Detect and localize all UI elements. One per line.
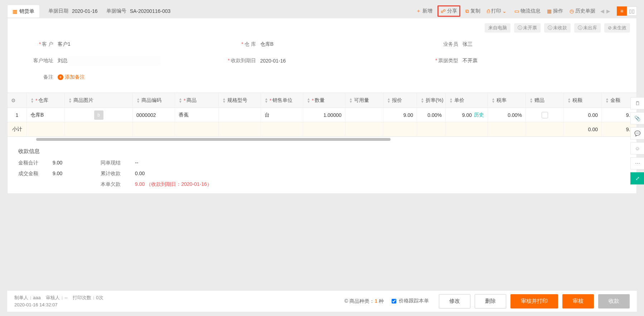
print-button[interactable]: ⎙打印⌄ — [485, 7, 509, 15]
due-value[interactable]: 2020-01-16 — [260, 58, 286, 64]
customer-value[interactable]: 客户1 — [58, 41, 71, 48]
date-label: 单据日期 — [48, 8, 68, 14]
cell-quote[interactable]: 9.00 — [383, 108, 417, 122]
rail-attach[interactable]: 📎 — [630, 112, 644, 124]
plus-icon: ＋ — [416, 8, 421, 14]
cell-qty[interactable]: 1.00000 — [303, 108, 345, 122]
rail-expand[interactable]: ⤢ — [630, 172, 644, 184]
pay-title: 收款信息 — [18, 148, 626, 155]
gift-checkbox[interactable] — [542, 112, 548, 118]
cell-disc[interactable]: 0.00% — [417, 108, 446, 122]
th-taxamt[interactable]: ▲▼税额 — [564, 93, 602, 108]
cell-wh[interactable]: 仓库B — [27, 108, 65, 122]
addr-value[interactable]: 刘总 — [58, 58, 68, 64]
horizontal-scrollbar[interactable] — [8, 137, 636, 142]
cell-tax[interactable]: 0.00% — [488, 108, 526, 122]
th-unit[interactable]: ▲▼*销售单位 — [261, 93, 303, 108]
view-list[interactable]: ≡ — [617, 6, 627, 16]
warehouse-value[interactable]: 仓库B — [260, 41, 273, 48]
th-quote[interactable]: ▲▼报价 — [383, 93, 417, 108]
tab-label: 销货单 — [19, 8, 34, 15]
truck-icon: ▭ — [514, 8, 519, 14]
th-tax[interactable]: ▲▼税率 — [488, 93, 526, 108]
tag-inactive: ⊘未生效 — [604, 23, 630, 33]
table-row[interactable]: 1 仓库B b 0000002 香蕉 台 1.00000 9.00 0.00% … — [8, 108, 636, 122]
rail-user[interactable]: ☺ — [630, 142, 644, 154]
th-qty[interactable]: ▲▼*数量 — [303, 93, 345, 108]
th-gift[interactable]: ▲▼赠品 — [526, 93, 564, 108]
chevron-down-icon: ⌄ — [502, 8, 507, 14]
pay-settle: -- — [135, 160, 138, 166]
cell-price[interactable]: 9.00历史 — [446, 108, 488, 122]
cell-spec[interactable] — [219, 108, 261, 122]
pay-accum: 0.00 — [135, 171, 145, 177]
history-link[interactable]: 历史 — [474, 112, 484, 118]
prev-arrow[interactable]: ◀ — [600, 8, 604, 14]
audit-print-button[interactable]: 审核并打印 — [510, 294, 558, 308]
delete-button[interactable]: 删除 — [475, 294, 506, 308]
edit-button[interactable]: 修改 — [439, 294, 470, 308]
th-wh[interactable]: ▲▼*仓库 — [27, 93, 65, 108]
cell-img[interactable]: b — [65, 108, 133, 122]
rail-more[interactable]: ⋯ — [630, 157, 644, 169]
new-button[interactable]: ＋新增 — [415, 7, 434, 15]
cell-idx: 1 — [8, 108, 27, 122]
cell-unit[interactable]: 台 — [261, 108, 303, 122]
logistics-button[interactable]: ▭物流信息 — [513, 7, 542, 15]
rail-msg[interactable]: 💬 — [630, 127, 644, 139]
th-img[interactable]: ▲▼商品图片 — [65, 93, 133, 108]
footer-info: 制单人：aaa 审核人：-- 打印次数：0次 2020-01-16 14:32:… — [14, 294, 103, 308]
no-value: SA-20200116-003 — [130, 8, 171, 14]
cell-taxamt: 0.00 — [564, 108, 602, 122]
copy-icon: ⧉ — [465, 8, 469, 14]
salesman-value[interactable]: 张三 — [463, 41, 473, 48]
kinds: © 商品种类：1 种 — [344, 298, 384, 305]
th-disc[interactable]: ▲▼折率(%) — [417, 93, 446, 108]
pay-total: 9.00 — [53, 160, 62, 166]
pay-owe: 9.00 — [135, 181, 145, 188]
date-value: 2020-01-16 — [72, 8, 98, 14]
th-name[interactable]: ▲▼*商品 — [175, 93, 219, 108]
cell-gift[interactable] — [526, 108, 564, 122]
no-label: 单据编号 — [106, 8, 126, 14]
grid-icon: ▦ — [547, 8, 552, 14]
audit-button[interactable]: 审核 — [562, 294, 594, 308]
th-spec[interactable]: ▲▼规格型号 — [219, 93, 261, 108]
th-code[interactable]: ▲▼商品编码 — [133, 93, 175, 108]
cell-code[interactable]: 0000002 — [133, 108, 175, 122]
addr-blurred — [68, 56, 161, 65]
print-icon: ⎙ — [487, 8, 490, 14]
th-price[interactable]: ▲▼单价 — [446, 93, 488, 108]
operate-button[interactable]: ▦操作 — [546, 7, 565, 15]
invoice-value[interactable]: 不开票 — [463, 58, 478, 64]
image-icon: b — [94, 110, 103, 120]
collect-button[interactable]: 收款 — [598, 294, 630, 308]
pay-owe-due: （收款到期日：2020-01-16） — [146, 181, 212, 188]
tag-source: 来自电脑 — [485, 23, 510, 33]
clock-icon: ◷ — [570, 8, 574, 14]
add-remark-link[interactable]: +添加备注 — [58, 74, 85, 80]
pay-deal: 9.00 — [53, 171, 62, 177]
follow-price[interactable]: 价格跟踪本单 — [390, 298, 429, 305]
tag-unpaid: ⓘ未收款 — [544, 23, 571, 33]
chart-icon: ▥ — [13, 9, 17, 14]
tag-uninvoiced: ⓘ未开票 — [514, 23, 541, 33]
share-button[interactable]: ☍分享 — [437, 5, 460, 17]
th-gear[interactable]: ⚙ — [8, 93, 27, 108]
tab-sales-order[interactable]: ▥ 销货单 — [7, 5, 40, 18]
rail-note[interactable]: 🗒 — [630, 97, 644, 109]
history-button[interactable]: ◷历史单据 — [568, 7, 597, 15]
th-avail[interactable]: ▲▼可用量 — [345, 93, 383, 108]
next-arrow[interactable]: ▶ — [606, 8, 610, 14]
gear-icon: ⚙ — [11, 98, 16, 103]
cell-name[interactable]: 香蕉 — [175, 108, 219, 122]
tag-unout: ⓘ未出库 — [574, 23, 601, 33]
share-icon: ☍ — [441, 8, 446, 14]
subtotal-label: 小计 — [8, 122, 27, 136]
cell-avail[interactable] — [345, 108, 383, 122]
subtotal-taxamt: 0.00 — [564, 122, 602, 136]
view-card[interactable]: ▯▯ — [627, 6, 637, 16]
main-card: 来自电脑 ⓘ未开票 ⓘ未收款 ⓘ未出库 ⊘未生效 *客 户客户1 *仓 库仓库B… — [7, 18, 637, 194]
copy-button[interactable]: ⧉复制 — [464, 7, 482, 15]
subtotal-row: 小计 0.00 9.00 -59.21 — [8, 122, 636, 137]
